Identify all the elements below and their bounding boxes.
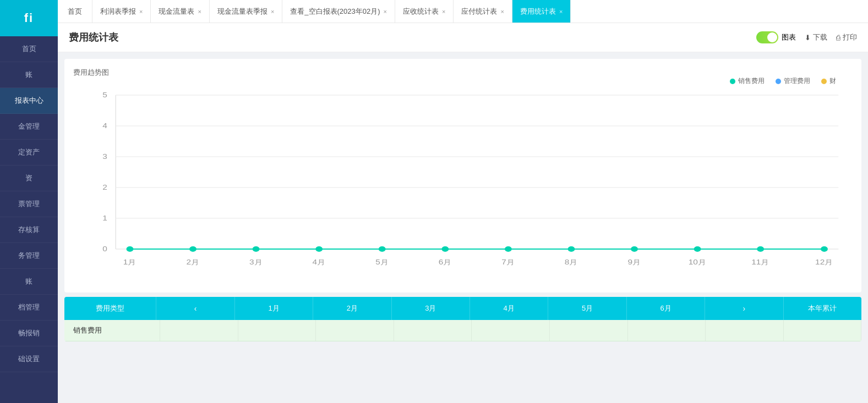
svg-text:6月: 6月 [439, 258, 452, 266]
td-m6 [628, 320, 706, 341]
tab-cashflow-q-close[interactable]: × [271, 8, 274, 15]
svg-text:4: 4 [102, 122, 107, 130]
svg-text:7月: 7月 [501, 258, 515, 266]
toggle-label: 图表 [782, 32, 796, 42]
download-button[interactable]: ⬇ 下载 [805, 32, 827, 42]
th-m5-label: 5月 [582, 303, 593, 313]
tab-payable[interactable]: 应付统计表 × [454, 0, 512, 23]
sidebar-item-service[interactable]: 务管理 [0, 243, 58, 269]
th-m2: 2月 [313, 297, 391, 320]
sidebar-item-account[interactable]: 账 [0, 62, 58, 88]
td-type: 销售费用 [64, 320, 160, 341]
sidebar-item-ledger[interactable]: 账 [0, 269, 58, 295]
sidebar-item-stock[interactable]: 存核算 [0, 217, 58, 243]
chart-toggle-wrap: 图表 [756, 31, 796, 43]
page-content: 费用统计表 图表 ⬇ 下载 ⎙ 打印 [58, 23, 868, 403]
svg-text:11月: 11月 [751, 258, 769, 266]
tab-cashflow[interactable]: 现金流量表 × [151, 0, 209, 23]
download-icon: ⬇ [805, 34, 811, 42]
page-header: 费用统计表 图表 ⬇ 下载 ⎙ 打印 [58, 23, 868, 52]
td-m5 [550, 320, 628, 341]
th-total-label: 本年累计 [808, 303, 837, 313]
tab-cashflow-q[interactable]: 现金流量表季报 × [210, 0, 282, 23]
svg-point-16 [315, 246, 323, 252]
sidebar-item-report[interactable]: 报表中心 [0, 88, 58, 114]
th-type: 费用类型 [64, 297, 156, 320]
th-m2-label: 2月 [347, 303, 358, 313]
next-month-arrow[interactable]: › [743, 304, 746, 313]
tab-receivable[interactable]: 应收统计表 × [395, 0, 454, 23]
td-m3 [394, 320, 472, 341]
sidebar-item-salary[interactable]: 资 [0, 165, 58, 191]
sidebar-item-assets[interactable]: 定资产 [0, 140, 58, 165]
tab-blank[interactable]: 查看_空白报表(2023年02月) × [282, 0, 395, 23]
table-row: 销售费用 [64, 320, 861, 341]
sidebar-logo: fi [0, 0, 58, 36]
print-icon: ⎙ [836, 34, 840, 42]
td-m4 [472, 320, 550, 341]
tab-payable-close[interactable]: × [500, 8, 504, 15]
download-label: 下载 [813, 32, 827, 42]
th-m6-label: 6月 [660, 303, 671, 313]
sidebar-item-fund[interactable]: 金管理 [0, 114, 58, 140]
svg-text:8月: 8月 [565, 258, 578, 266]
th-prev[interactable]: ‹ [156, 297, 234, 320]
tab-expense[interactable]: 费用统计表 × [512, 0, 571, 23]
svg-point-17 [379, 246, 386, 252]
sidebar: fi 首页 账 报表中心 金管理 定资产 资 票管理 存核算 务管理 账 档管理… [0, 0, 58, 403]
print-button[interactable]: ⎙ 打印 [836, 32, 857, 42]
tab-blank-close[interactable]: × [384, 8, 387, 15]
td-m2 [316, 320, 394, 341]
svg-text:3: 3 [102, 153, 107, 161]
expense-table: 费用类型 ‹ 1月 2月 3月 4月 5月 [64, 297, 861, 341]
svg-text:1: 1 [102, 214, 107, 222]
td-nav-space2 [706, 320, 784, 341]
tab-expense-label: 费用统计表 [520, 7, 556, 16]
svg-text:3月: 3月 [249, 258, 263, 266]
th-m3: 3月 [392, 297, 470, 320]
chart-toggle[interactable] [756, 31, 778, 43]
th-m1-label: 1月 [268, 303, 279, 313]
sidebar-item-home[interactable]: 首页 [0, 36, 58, 62]
line-chart-svg: 0 1 2 3 4 5 [73, 84, 853, 282]
header-actions: 图表 ⬇ 下载 ⎙ 打印 [756, 31, 857, 43]
th-next[interactable]: › [705, 297, 783, 320]
tab-receivable-close[interactable]: × [442, 8, 445, 15]
svg-point-24 [821, 246, 828, 252]
svg-text:5: 5 [102, 91, 107, 99]
tab-profit-label: 利润表季报 [100, 7, 136, 16]
th-m1: 1月 [235, 297, 313, 320]
tab-cashflow-close[interactable]: × [198, 8, 201, 15]
td-total [784, 320, 861, 341]
svg-text:2: 2 [102, 184, 107, 191]
svg-point-20 [568, 246, 575, 252]
prev-month-arrow[interactable]: ‹ [194, 304, 197, 313]
tab-receivable-label: 应收统计表 [403, 7, 439, 16]
th-total: 本年累计 [784, 297, 861, 320]
tab-home[interactable]: 首页 [58, 0, 92, 23]
tab-profit-close[interactable]: × [139, 8, 143, 15]
sidebar-item-expense-report[interactable]: 畅报销 [0, 321, 58, 346]
print-label: 打印 [843, 32, 857, 42]
th-m4: 4月 [470, 297, 548, 320]
main-content: 首页 利润表季报 × 现金流量表 × 现金流量表季报 × 查看_空白报表(202… [58, 0, 868, 403]
svg-point-18 [441, 246, 449, 252]
svg-text:12月: 12月 [815, 258, 833, 266]
th-m5: 5月 [548, 297, 626, 320]
tab-profit[interactable]: 利润表季报 × [92, 0, 151, 23]
sidebar-item-archive[interactable]: 档管理 [0, 295, 58, 321]
tab-cashflow-q-label: 现金流量表季报 [217, 7, 268, 16]
tab-cashflow-label: 现金流量表 [159, 7, 194, 16]
svg-point-23 [757, 246, 764, 252]
sidebar-item-invoice[interactable]: 票管理 [0, 191, 58, 217]
svg-point-22 [694, 246, 701, 252]
chart-area: 0 1 2 3 4 5 [73, 84, 853, 284]
tab-expense-close[interactable]: × [559, 8, 563, 15]
svg-point-19 [505, 246, 512, 252]
legend-mgmt-dot [776, 79, 781, 84]
th-type-label: 费用类型 [96, 303, 124, 313]
svg-text:1月: 1月 [123, 258, 137, 266]
th-m4-label: 4月 [504, 303, 515, 313]
sidebar-item-settings[interactable]: 础设置 [0, 346, 58, 372]
svg-point-21 [631, 246, 638, 252]
